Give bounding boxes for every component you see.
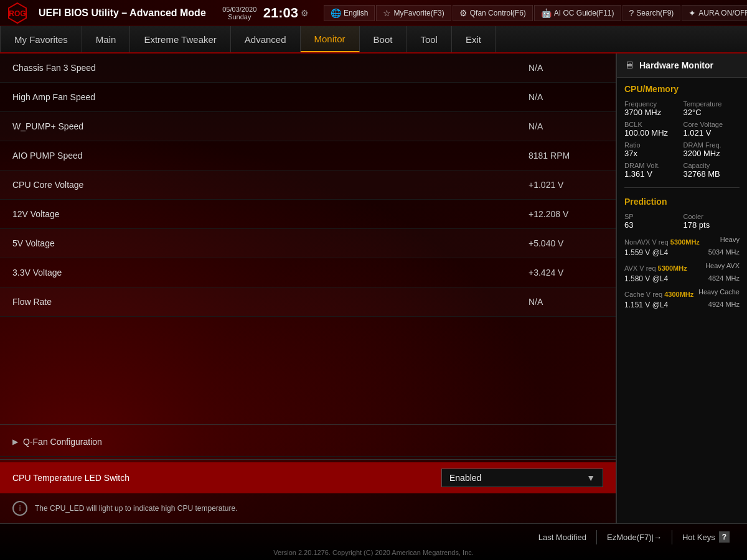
- pred-right-top: Heavy Cache: [698, 288, 740, 299]
- settings-icon[interactable]: ⚙: [301, 8, 309, 18]
- prediction-block: AVX V req 5300MHz Heavy AVX 1.580 V @L4 …: [624, 262, 740, 283]
- pred-row-sub: 1.559 V @L4 5034 MHz: [624, 248, 740, 257]
- version-text: Version 2.20.1276. Copyright (C) 2020 Am…: [273, 549, 474, 556]
- monitor-row-value: N/A: [529, 297, 603, 307]
- monitor-row: W_PUMP+ Speed N/A: [0, 112, 616, 141]
- sp-label: SP: [624, 213, 681, 220]
- dram-volt-cell: DRAM Volt. 1.361 V: [624, 162, 681, 179]
- bclk-cell: BCLK 100.00 MHz: [624, 121, 681, 138]
- monitor-row-value: +5.040 V: [529, 238, 603, 248]
- pred-left-sub: 1.580 V @L4: [624, 274, 668, 283]
- menu-my-favorites[interactable]: My Favorites: [0, 26, 82, 52]
- temp-value: 32°C: [684, 108, 740, 117]
- bclk-value: 100.00 MHz: [624, 128, 681, 138]
- monitor-row-label: High Amp Fan Speed: [12, 92, 529, 102]
- bottom-bar: Last Modified EzMode(F7)|→ Hot Keys ? Ve…: [0, 523, 747, 560]
- qfan-label: Qfan Control(F6): [470, 9, 526, 17]
- language-label: English: [344, 9, 368, 17]
- favorite-label: MyFavorite(F3): [393, 9, 444, 17]
- rog-icon: ROG: [6, 2, 29, 24]
- menu-extreme-tweaker[interactable]: Extreme Tweaker: [130, 26, 230, 52]
- svg-text:ROG: ROG: [9, 9, 26, 18]
- last-modified-btn[interactable]: Last Modified: [529, 530, 597, 544]
- hw-monitor-icon: 🖥: [624, 60, 634, 71]
- capacity-cell: Capacity 32768 MB: [684, 162, 740, 179]
- info-icon: i: [12, 501, 27, 516]
- aura-btn[interactable]: ✦ AURA ON/OFF(F4): [682, 5, 747, 21]
- dram-freq-label: DRAM Freq.: [684, 141, 740, 149]
- search-btn[interactable]: ? Search(F9): [622, 5, 681, 21]
- ratio-value: 37x: [624, 149, 681, 158]
- pred-row-sub: 1.580 V @L4 4824 MHz: [624, 274, 740, 283]
- qfan-row[interactable]: ▶ Q-Fan Configuration: [0, 427, 616, 457]
- menu-exit[interactable]: Exit: [452, 26, 496, 52]
- prediction-section: Prediction SP 63 Cooler 178 pts NonAVX V…: [617, 190, 747, 320]
- monitor-row-label: W_PUMP+ Speed: [12, 121, 529, 131]
- language-btn[interactable]: 🌐 English: [324, 5, 375, 21]
- pred-left-label: AVX V req 5300MHz: [624, 264, 687, 272]
- pred-highlight: 4300MHz: [664, 291, 693, 298]
- freq-cell: Frequency 3700 MHz: [624, 100, 681, 117]
- top-bar: ROG UEFI BIOS Utility – Advanced Mode 05…: [0, 0, 747, 26]
- monitor-row: Flow Rate N/A: [0, 287, 616, 317]
- ez-mode-label: EzMode(F7)|→: [607, 533, 662, 542]
- monitor-row-label: 3.3V Voltage: [12, 268, 529, 278]
- hot-keys-btn[interactable]: Hot Keys ?: [672, 529, 740, 545]
- bclk-label: BCLK: [624, 121, 681, 128]
- dropdown-arrow-icon: ▼: [586, 473, 595, 483]
- menu-monitor[interactable]: Monitor: [301, 26, 360, 52]
- menu-advanced[interactable]: Advanced: [231, 26, 301, 52]
- monitor-row-label: CPU Core Voltage: [12, 180, 529, 190]
- cooler-cell: Cooler 178 pts: [684, 213, 740, 230]
- bios-title: UEFI BIOS Utility – Advanced Mode: [39, 7, 206, 19]
- monitor-table: Chassis Fan 3 Speed N/A High Amp Fan Spe…: [0, 54, 616, 422]
- monitor-row-value: N/A: [529, 63, 603, 73]
- pred-highlight: 5300MHz: [670, 238, 700, 246]
- qfan-btn[interactable]: ⚙ Qfan Control(F6): [453, 5, 533, 21]
- myfavorite-btn[interactable]: ☆ MyFavorite(F3): [376, 5, 451, 21]
- left-panel: Chassis Fan 3 Speed N/A High Amp Fan Spe…: [0, 54, 616, 523]
- menu-tool[interactable]: Tool: [406, 26, 452, 52]
- monitor-row: AIO PUMP Speed 8181 RPM: [0, 141, 616, 170]
- aioc-btn[interactable]: 🤖 AI OC Guide(F11): [534, 5, 621, 21]
- main-area: Chassis Fan 3 Speed N/A High Amp Fan Spe…: [0, 54, 747, 523]
- hw-monitor-title: Hardware Monitor: [639, 60, 713, 70]
- dram-freq-cell: DRAM Freq. 3200 MHz: [684, 141, 740, 158]
- monitor-row-value: +3.424 V: [529, 268, 603, 278]
- led-switch-dropdown[interactable]: Enabled ▼: [441, 469, 603, 487]
- dram-freq-value: 3200 MHz: [684, 149, 740, 158]
- menu-boot[interactable]: Boot: [360, 26, 407, 52]
- pred-left-top: Cache V req 4300MHz: [624, 288, 693, 299]
- info-row: i The CPU_LED will light up to indicate …: [0, 493, 616, 523]
- menu-main[interactable]: Main: [82, 26, 131, 52]
- monitor-row-label: 12V Voltage: [12, 209, 529, 219]
- monitor-row: 5V Voltage +5.040 V: [0, 229, 616, 258]
- sp-value: 63: [624, 220, 681, 230]
- monitor-row: Chassis Fan 3 Speed N/A: [0, 54, 616, 83]
- monitor-row-value: 8181 RPM: [529, 151, 603, 161]
- pred-right-value: 4824 MHz: [708, 274, 740, 283]
- freq-value: 3700 MHz: [624, 108, 681, 117]
- top-actions: 🌐 English ☆ MyFavorite(F3) ⚙ Qfan Contro…: [324, 5, 747, 21]
- search-label: Search(F9): [636, 9, 674, 17]
- temp-label: Temperature: [684, 100, 740, 108]
- core-voltage-label: Core Voltage: [684, 121, 740, 128]
- qfan-label: Q-Fan Configuration: [23, 437, 102, 447]
- led-switch-row: CPU Temperature LED Switch Enabled ▼: [0, 462, 616, 493]
- clock-time: 21:03: [263, 5, 298, 21]
- favorite-icon: ☆: [383, 8, 391, 18]
- ez-mode-btn[interactable]: EzMode(F7)|→: [597, 530, 672, 544]
- hw-divider: [624, 187, 740, 188]
- pred-highlight: 5300MHz: [658, 264, 687, 272]
- freq-label: Frequency: [624, 100, 681, 108]
- language-icon: 🌐: [331, 8, 341, 18]
- capacity-label: Capacity: [684, 162, 740, 169]
- version-bar: Version 2.20.1276. Copyright (C) 2020 Am…: [0, 548, 747, 558]
- prediction-block: Cache V req 4300MHz Heavy Cache 1.151 V …: [624, 288, 740, 309]
- core-voltage-cell: Core Voltage 1.021 V: [684, 121, 740, 138]
- hot-keys-label: Hot Keys: [682, 533, 715, 542]
- sp-cell: SP 63: [624, 213, 681, 230]
- prediction-title: Prediction: [624, 197, 740, 207]
- pred-row-top: NonAVX V req 5300MHz Heavy: [624, 236, 740, 247]
- date-label: 05/03/2020: [222, 6, 256, 13]
